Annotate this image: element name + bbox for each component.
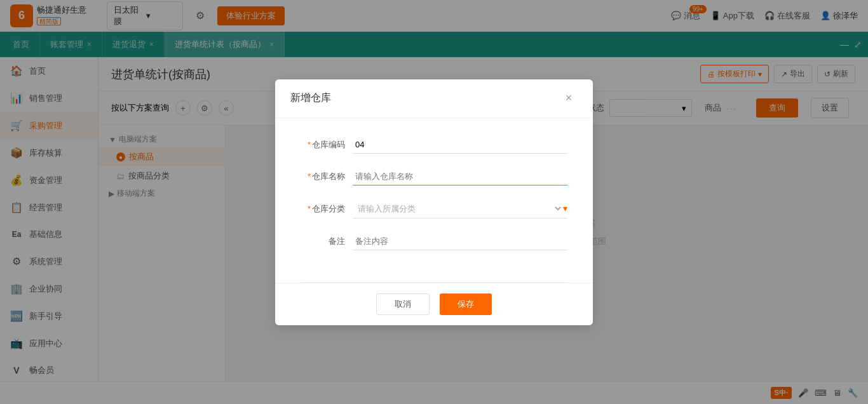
name-input[interactable] bbox=[353, 168, 567, 185]
modal-body: 仓库编码 仓库名称 仓库分类 请输入所属分类 ▾ 备注 bbox=[275, 118, 593, 282]
cancel-button[interactable]: 取消 bbox=[376, 293, 430, 315]
note-input[interactable] bbox=[353, 232, 567, 250]
new-warehouse-modal: 新增仓库 × 仓库编码 仓库名称 仓库分类 请输入所属分类 bbox=[275, 79, 593, 325]
form-row-name: 仓库名称 bbox=[301, 168, 567, 185]
modal-close-button[interactable]: × bbox=[560, 90, 578, 107]
category-chevron-icon: ▾ bbox=[563, 203, 567, 213]
category-select[interactable]: 请输入所属分类 bbox=[353, 199, 563, 218]
modal-header: 新增仓库 × bbox=[275, 79, 593, 118]
modal-footer: 取消 保存 bbox=[275, 283, 593, 325]
modal-overlay[interactable]: 新增仓库 × 仓库编码 仓库名称 仓库分类 请输入所属分类 bbox=[0, 0, 868, 404]
form-row-category: 仓库分类 请输入所属分类 ▾ bbox=[301, 199, 567, 219]
modal-title: 新增仓库 bbox=[290, 91, 331, 105]
save-button[interactable]: 保存 bbox=[440, 293, 492, 315]
code-input[interactable] bbox=[353, 136, 567, 154]
form-row-note: 备注 bbox=[301, 232, 567, 250]
code-label: 仓库编码 bbox=[301, 139, 345, 151]
note-label: 备注 bbox=[301, 236, 345, 247]
category-label: 仓库分类 bbox=[301, 203, 345, 215]
name-label: 仓库名称 bbox=[301, 171, 345, 182]
category-select-wrapper[interactable]: 请输入所属分类 ▾ bbox=[353, 199, 567, 219]
form-row-code: 仓库编码 bbox=[301, 136, 567, 154]
